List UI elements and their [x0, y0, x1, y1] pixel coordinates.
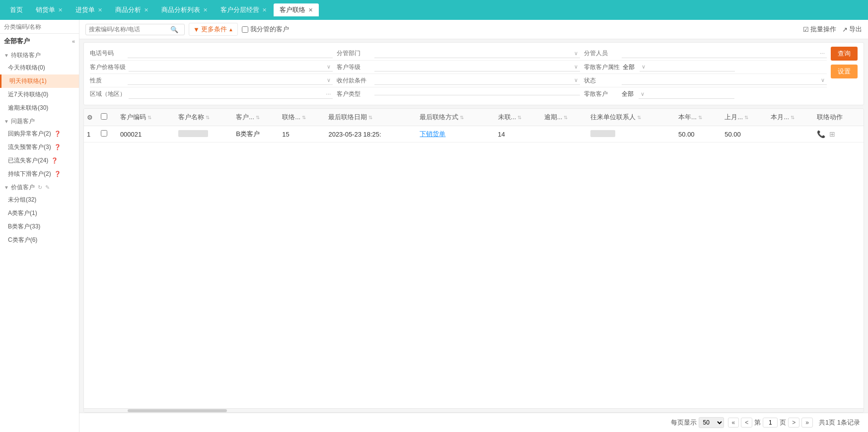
close-icon[interactable]: ✕	[58, 7, 63, 13]
table-header-this-year[interactable]: 本年...⇅	[675, 109, 722, 126]
table-header-not-contacted[interactable]: 未联...⇅	[495, 109, 541, 126]
filter-select-retail[interactable]: ∨	[639, 90, 735, 99]
table-header-this-month[interactable]: 本月...⇅	[768, 109, 814, 126]
query-button[interactable]: 查询	[831, 47, 858, 61]
filter-select-payment[interactable]: ∨	[374, 76, 579, 85]
sidebar-item-7days[interactable]: 近7天待联络(0)	[0, 88, 79, 101]
sidebar-group-pending[interactable]: 待联络客户	[0, 49, 79, 61]
sidebar-search-input[interactable]	[4, 23, 78, 30]
phone-action-icon[interactable]: 📞	[817, 130, 825, 138]
close-icon[interactable]: ✕	[308, 7, 313, 13]
refresh-icon[interactable]: ↻	[38, 184, 42, 191]
next-page-button[interactable]: >	[788, 418, 799, 428]
collapse-icon: «	[72, 38, 75, 44]
filter-select-status[interactable]: ∨	[622, 76, 827, 85]
sidebar-item-churned[interactable]: 已流失客户(24)❓	[0, 154, 79, 167]
cell-last-date: 2023-05-23 18:25:	[325, 126, 417, 143]
cell-this-year: 50.00	[675, 126, 722, 143]
filter-customer-level: 客户等级 ∨	[337, 63, 579, 72]
sidebar-item-declining[interactable]: 持续下滑客户(2)❓	[0, 167, 79, 181]
grid-action-icon[interactable]: ⊞	[829, 130, 835, 138]
table-header-overdue[interactable]: 逾期...⇅	[541, 109, 587, 126]
search-wrap: 🔍	[85, 24, 185, 35]
sidebar-item-today[interactable]: 今天待联络(0)	[0, 61, 79, 74]
cell-checkbox	[98, 126, 117, 143]
filter-label-nature: 性质	[90, 76, 125, 85]
filter-select-price-level[interactable]: ∨	[129, 63, 333, 72]
cell-name	[175, 126, 233, 143]
toolbar-right: ☑ 批量操作 ↗ 导出	[803, 25, 862, 34]
sidebar-item-class-b[interactable]: B类客户(33)	[0, 220, 79, 233]
total-label: 共1页 1条记录	[819, 418, 860, 427]
table-header-unit-contact[interactable]: 往来单位联系人⇅	[587, 109, 675, 126]
filter-select-region[interactable]: ···	[129, 89, 333, 99]
page-input[interactable]	[763, 418, 778, 428]
nav-tab-customer-tier[interactable]: 客户分层经营 ✕	[215, 3, 273, 16]
sidebar-item-churn-warning[interactable]: 流失预警客户(3)❓	[0, 141, 79, 154]
cell-type: B类客户	[233, 126, 279, 143]
close-icon[interactable]: ✕	[144, 7, 148, 13]
filter-label-price-level: 客户价格等级	[90, 63, 126, 72]
filter-select-nature[interactable]: ∨	[128, 76, 333, 85]
chevron-down-icon: ∨	[821, 77, 825, 83]
table-header-last-date[interactable]: 最后联络日期⇅	[325, 109, 417, 126]
filter-label-retail: 零散客户	[584, 90, 619, 98]
table-header-contact[interactable]: 联络...⇅	[279, 109, 325, 126]
close-icon[interactable]: ✕	[98, 7, 102, 13]
filter-buttons: 查询 设置	[831, 47, 858, 101]
search-icon[interactable]: 🔍	[170, 26, 178, 33]
scrollbar-thumb[interactable]	[128, 409, 227, 412]
export-button[interactable]: ↗ 导出	[842, 25, 862, 34]
phone-input[interactable]	[130, 50, 331, 57]
ellipsis-icon[interactable]: ···	[326, 90, 331, 97]
sort-icon: ⇅	[147, 115, 151, 120]
table-header-name[interactable]: 客户名称⇅	[175, 109, 233, 126]
close-icon[interactable]: ✕	[262, 7, 267, 13]
sidebar-item-class-c[interactable]: C类客户(6)	[0, 233, 79, 247]
table-header-gear[interactable]: ⚙	[84, 109, 98, 126]
more-conditions-button[interactable]: ▼ 更多条件 ▲	[189, 23, 238, 36]
chevron-down-icon: ∨	[327, 77, 331, 83]
filter-dept: 分管部门 ∨	[337, 49, 579, 58]
search-input[interactable]	[89, 26, 168, 33]
nav-tab-product-analysis[interactable]: 商品分析 ✕	[109, 3, 154, 16]
sidebar-item-ungrouped[interactable]: 未分组(32)	[0, 193, 79, 207]
nav-home[interactable]: 首页	[4, 3, 29, 16]
prev-page-button[interactable]: <	[741, 418, 752, 428]
select-all-checkbox[interactable]	[101, 113, 107, 120]
nav-tab-purchase[interactable]: 进货单 ✕	[70, 3, 108, 16]
table-header-last-method[interactable]: 最后联络方式⇅	[417, 109, 495, 126]
cell-last-month: 50.00	[722, 126, 768, 143]
sidebar-item-class-a[interactable]: A类客户(1)	[0, 207, 79, 220]
sidebar-group-problem[interactable]: 问题客户	[0, 115, 79, 127]
page-size-dropdown[interactable]: 50 100 200	[699, 417, 724, 428]
sidebar-all-customers[interactable]: 全部客户 «	[0, 34, 79, 49]
ellipsis-icon[interactable]: ···	[820, 50, 825, 57]
my-customers-wrap[interactable]: 我分管的客户	[242, 25, 289, 34]
sidebar-item-tomorrow[interactable]: 明天待联络(1)	[0, 74, 79, 88]
edit-icon[interactable]: ✎	[45, 184, 50, 191]
sidebar-group-value[interactable]: 价值客户 ↻ ✎	[0, 181, 79, 193]
sidebar-item-repurchase-anomaly[interactable]: 回购异常客户(2)❓	[0, 127, 79, 141]
nav-tab-product-list[interactable]: 商品分析列表 ✕	[155, 3, 214, 16]
settings-button[interactable]: 设置	[831, 65, 858, 78]
filter-select-customer-type[interactable]	[374, 93, 579, 95]
my-customers-checkbox[interactable]	[242, 26, 248, 33]
table-header-type[interactable]: 客户...⇅	[233, 109, 279, 126]
table-header-last-month[interactable]: 上月...⇅	[722, 109, 768, 126]
first-page-button[interactable]: «	[728, 418, 739, 428]
filter-select-retail-attr[interactable]: ∨	[640, 63, 735, 72]
content-area: 🔍 ▼ 更多条件 ▲ 我分管的客户 ☑ 批量操作 ↗ 导出	[79, 20, 868, 432]
row-checkbox[interactable]	[101, 130, 107, 137]
sidebar-item-overdue[interactable]: 逾期未联络(30)	[0, 101, 79, 115]
nav-tab-sales[interactable]: 销货单 ✕	[30, 3, 69, 16]
close-icon[interactable]: ✕	[203, 7, 208, 13]
filter-select-customer-level[interactable]: ∨	[374, 63, 579, 72]
filter-select-manager[interactable]: ···	[622, 49, 827, 58]
last-page-button[interactable]: »	[801, 418, 813, 428]
filter-select-dept[interactable]: ∨	[374, 49, 579, 58]
nav-tab-customer-contact[interactable]: 客户联络 ✕	[274, 3, 319, 16]
batch-op-button[interactable]: ☑ 批量操作	[803, 25, 836, 34]
table-header-code[interactable]: 客户编码⇅	[117, 109, 175, 126]
last-method-link[interactable]: 下销货单	[420, 130, 445, 138]
